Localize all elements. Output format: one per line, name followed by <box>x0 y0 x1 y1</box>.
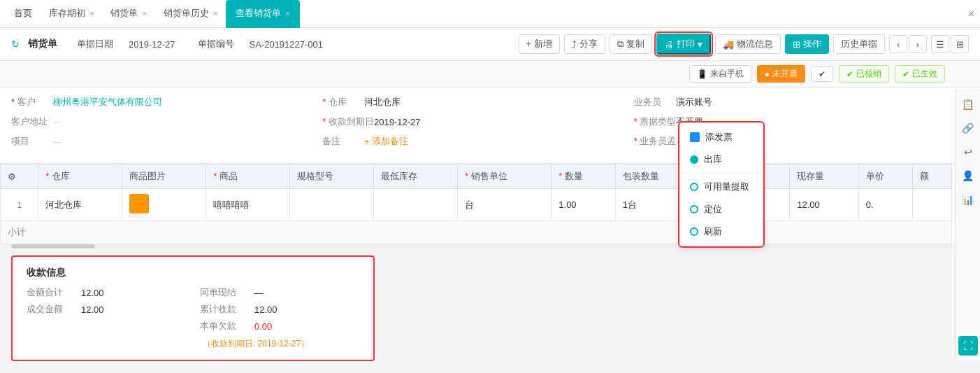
list-view-button[interactable]: ☰ <box>931 35 949 53</box>
confirm-button[interactable]: ✔ <box>811 66 833 82</box>
confirm-badge: ✔ 已核销 <box>839 65 889 83</box>
employee-field: 业务员 演示账号 <box>634 96 945 108</box>
tab-inventory[interactable]: 库存期初 × <box>41 0 102 28</box>
payment-date-label: 收款到期日 <box>322 115 374 128</box>
tab-view-sales[interactable]: 查看销货单 × <box>226 0 299 28</box>
date-value: 2019-12-27 <box>129 39 175 50</box>
row-unit-price: 0. <box>858 189 912 221</box>
col-settings[interactable]: ⚙ <box>1 164 38 189</box>
sidebar-expand-btn[interactable]: ⛶ <box>958 336 978 356</box>
payment-date-value: 2019-12-27 <box>374 117 421 127</box>
warehouse-value: 河北仓库 <box>364 96 401 108</box>
tab-home-label: 首页 <box>14 7 32 20</box>
menu-refresh[interactable]: 刷新 <box>680 220 763 243</box>
product-image <box>129 194 149 213</box>
doc-meta: 单据日期 2019-12-27 单据编号 SA-20191227-001 <box>77 38 323 50</box>
add-invoice-icon <box>690 132 700 142</box>
copy-button[interactable]: ⧉ 复制 <box>610 34 652 54</box>
refresh-label: 刷新 <box>704 225 722 238</box>
col-warehouse: * 仓库 <box>38 164 122 189</box>
tab-inventory-close[interactable]: × <box>89 9 94 17</box>
row-stock: 12.00 <box>790 189 859 221</box>
outbound-icon <box>690 155 698 164</box>
new-button[interactable]: + 新增 <box>519 34 560 54</box>
confirm-label: 已核销 <box>856 68 881 80</box>
customer-value[interactable]: 柳州粤港平安气体有限公司 <box>53 96 162 108</box>
logistics-button[interactable]: 🚚 物流信息 <box>715 34 781 54</box>
col-amount: 额 <box>913 164 952 189</box>
invoice-label: 票据类型 <box>634 115 677 128</box>
note-placeholder: 添加备注 <box>372 135 408 148</box>
row-min-stock <box>374 189 458 221</box>
menu-locate[interactable]: 定位 <box>680 198 763 220</box>
tab-home[interactable]: 首页 <box>6 0 41 28</box>
col-quantity: * 数量 <box>552 164 616 189</box>
sidebar-btn-3[interactable]: ↩ <box>958 142 978 162</box>
total-row: 金额合计 12.00 <box>27 286 186 299</box>
add-note-button[interactable]: + 添加备注 <box>364 135 408 148</box>
col-stock: 现存量 <box>790 164 859 189</box>
address-value: --- <box>53 117 62 127</box>
operation-button[interactable]: ⊞ 操作 <box>785 34 829 54</box>
history-button[interactable]: 历史单据 <box>833 34 885 54</box>
next-button[interactable]: › <box>909 35 927 53</box>
note-field: 备注 + 添加备注 <box>322 135 633 148</box>
not-open-label: 未开票 <box>772 68 798 80</box>
logistics-label: 物流信息 <box>737 38 773 50</box>
refresh-icon <box>690 227 698 236</box>
scroll-track[interactable] <box>11 244 969 248</box>
row-spec <box>290 189 374 221</box>
close-all-button[interactable]: × <box>968 8 974 20</box>
payment-date-field: 收款到期日 2019-12-27 <box>322 115 633 128</box>
menu-quantity-pick[interactable]: 可用量提取 <box>680 176 763 198</box>
print-icon: 🖨 <box>665 39 674 50</box>
col-min-stock: 最低库存 <box>374 164 458 189</box>
sidebar-btn-1[interactable]: 📋 <box>958 94 978 114</box>
tab-sales-history-close[interactable]: × <box>213 9 217 17</box>
prev-button[interactable]: ‹ <box>889 35 907 53</box>
sidebar-btn-4[interactable]: 👤 <box>958 166 978 185</box>
sidebar-btn-5[interactable]: 📊 <box>958 190 978 209</box>
note-label: 备注 <box>322 135 364 148</box>
tab-sales-close[interactable]: × <box>142 9 146 17</box>
print-dropdown-icon: ▾ <box>698 39 702 50</box>
menu-outbound[interactable]: 出库 <box>680 148 763 171</box>
menu-divider <box>680 173 763 174</box>
col-unit-price: 单价 <box>858 164 912 189</box>
cumulative-label: 累计收款 <box>200 303 249 316</box>
due-row: 本单欠款 0.00 （收款到期日: 2019-12-27） <box>200 320 359 350</box>
number-label: 单据编号 <box>198 38 234 50</box>
warehouse-field: 仓库 河北仓库 <box>322 96 633 108</box>
row-sales-unit: 台 <box>458 189 552 221</box>
menu-add-invoice[interactable]: 添发票 <box>680 126 763 148</box>
table-row: 1 河北仓库 嘻嘻嘻嘻 台 1.00 1台 12.00 0. <box>1 189 952 221</box>
warehouse-label: 仓库 <box>322 96 364 108</box>
operation-icon: ⊞ <box>793 39 800 50</box>
form-row-3: 项目 --- 备注 + 添加备注 业务员孟 --- <box>11 135 945 148</box>
main-content: 📱 来自手机 ● 未开票 ✔ ✔ 已核销 ✔ 已生效 客户 <box>0 61 980 361</box>
due-label: 本单欠款 <box>200 320 249 332</box>
sub-toolbar: 📱 来自手机 ● 未开票 ✔ ✔ 已核销 ✔ 已生效 <box>0 61 980 87</box>
right-sidebar: 📋 🔗 ↩ 👤 📊 ⛶ <box>955 89 980 361</box>
tab-sales[interactable]: 销货单 × <box>102 0 154 28</box>
share-button[interactable]: ⤴ 分享 <box>564 34 605 54</box>
phone-button[interactable]: 📱 来自手机 <box>689 65 751 83</box>
sales-employee-label: 业务员孟 <box>634 135 677 148</box>
sidebar-btn-2[interactable]: 🔗 <box>958 118 978 138</box>
locate-label: 定位 <box>704 203 722 216</box>
customer-field: 客户 柳州粤港平安气体有限公司 <box>11 96 322 108</box>
form-area: 客户 柳州粤港平安气体有限公司 仓库 河北仓库 业务员 演示账号 客户地址 --… <box>0 87 980 164</box>
tab-view-sales-close[interactable]: × <box>285 9 289 17</box>
tab-view-sales-label: 查看销货单 <box>236 7 281 20</box>
row-product: 嘻嘻嘻嘻 <box>206 189 290 221</box>
project-label: 项目 <box>11 135 53 148</box>
tab-sales-label: 销货单 <box>110 7 138 20</box>
total-value: 12.00 <box>81 288 104 298</box>
print-button[interactable]: 🖨 打印 ▾ <box>656 34 711 55</box>
not-open-button[interactable]: ● 未开票 <box>757 65 805 83</box>
tab-sales-history[interactable]: 销货单历史 × <box>155 0 226 28</box>
address-field: 客户地址 --- <box>11 115 322 128</box>
nav-arrows: ‹ › <box>889 35 927 53</box>
grid-view-button[interactable]: ⊞ <box>951 35 969 53</box>
print-label: 打印 <box>677 38 695 50</box>
